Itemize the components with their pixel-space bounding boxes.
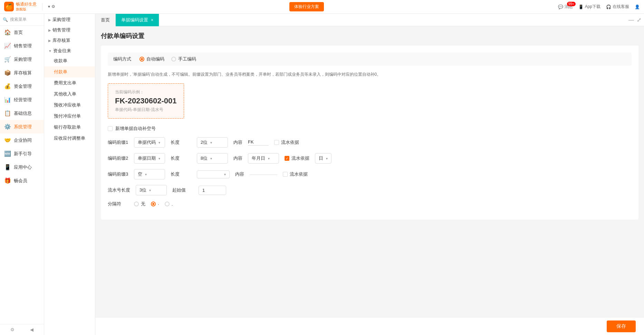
sidebar-item-home[interactable]: 🏠 首页 [0, 26, 44, 39]
sub-label-adjust: 应收应付调整单 [54, 136, 85, 141]
settings-card: 编码方式 自动编码 手工编码 新增单据时，'单据编码'自动生成，不可编辑。前缀 [101, 46, 638, 220]
sep-dot-radio[interactable]: · [151, 202, 159, 207]
logo-icon: 🍊 [4, 2, 14, 11]
basic-icon: 📋 [4, 110, 11, 117]
group-sales[interactable]: ▶ 销售管理 [44, 24, 95, 35]
radio-manual-encode[interactable]: 手工编码 [171, 56, 196, 62]
tab-minimize-icon[interactable]: — [628, 17, 634, 23]
user-avatar[interactable]: 👤 [635, 4, 640, 9]
nav-dropdown-icon[interactable]: ▾ [48, 4, 50, 9]
serial-length-select[interactable]: 3位 ▾ [136, 185, 167, 195]
group-capital[interactable]: ▼ 资金往来 [44, 45, 95, 55]
sales-icon: 📈 [4, 43, 11, 49]
sub-item-payment[interactable]: 付款单 [44, 66, 95, 77]
sidebar-item-apps[interactable]: 📱 应用中心 [0, 160, 44, 174]
sidebar-item-sales[interactable]: 📈 销售管理 [0, 39, 44, 53]
finance-icon: 💰 [4, 83, 11, 90]
prefix3-serial-label: 流水依据 [290, 171, 308, 177]
start-value-input[interactable] [199, 186, 226, 195]
tab-active[interactable]: 单据编码设置 × [116, 14, 159, 26]
sidebar-item-finance[interactable]: 💰 资金管理 [0, 80, 44, 93]
group-purchase[interactable]: ▶ 采购管理 [44, 14, 95, 24]
sub-item-receipt[interactable]: 收款单 [44, 55, 95, 66]
sidebar-item-business[interactable]: 📊 经营管理 [0, 93, 44, 106]
tab-active-label: 单据编码设置 [121, 17, 148, 23]
sidebar-bottom: ⚙ ◀ [0, 324, 44, 335]
sidebar-item-newbie[interactable]: 🆕 新手引导 [0, 147, 44, 160]
inventory-icon: 📦 [4, 69, 11, 76]
prefix1-length-select[interactable]: 2位 ▾ [197, 137, 228, 148]
prefix2-row: 编码前缀2 单据日期 ▾ 长度 8位 ▾ 内容 年月日 ▾ ✓ 流水依据 [108, 153, 632, 164]
settings-icon[interactable]: ⚙ [51, 4, 55, 9]
sidebar-label-basic: 基础信息 [14, 110, 32, 117]
sub-label-prepay-pay: 预付冲应付单 [54, 113, 81, 119]
prefix2-day-value: 日 [319, 155, 323, 161]
prefix3-select[interactable]: 空 ▾ [134, 169, 165, 179]
group-sales-label: 销售管理 [52, 27, 70, 33]
sub-item-other-income[interactable]: 其他收入单 [44, 89, 95, 100]
group-inventory[interactable]: ▶ 库存核算 [44, 35, 95, 45]
collapse-inventory-icon: ▶ [48, 39, 51, 43]
collapse-icon[interactable]: ◀ [30, 327, 33, 332]
app-download-button[interactable]: 📱 App下载 [578, 4, 600, 10]
message-button[interactable]: 💬 消息 99+ [558, 4, 573, 10]
sidebar-item-purchase[interactable]: 🛒 采购管理 [0, 53, 44, 66]
tab-close-button[interactable]: × [151, 18, 153, 22]
online-service-button[interactable]: 🎧 在线客服 [606, 4, 629, 10]
second-sidebar: ▶ 采购管理 ▶ 销售管理 ▶ 库存核算 ▼ 资金往来 收款单 付款单 费用支出… [44, 14, 95, 335]
sep-none-radio[interactable]: 无 [134, 201, 145, 207]
sep-dot-circle [151, 202, 156, 206]
prefix2-length-select[interactable]: 8位 ▾ [197, 153, 228, 164]
sidebar-label-vip: 畅会员 [14, 178, 27, 184]
prefix3-serial-checkbox[interactable]: 流水依据 [283, 171, 308, 177]
sub-item-prepay-pay[interactable]: 预付冲应付单 [44, 111, 95, 122]
experience-button[interactable]: 体验行业方案 [289, 2, 324, 11]
sidebar-item-basic[interactable]: 📋 基础信息 [0, 106, 44, 120]
code-example-label: 当前编码示例： [115, 89, 177, 95]
sub-item-expense[interactable]: 费用支出单 [44, 77, 95, 89]
sidebar-item-system[interactable]: ⚙️ 系统管理 [0, 120, 44, 133]
prefix2-content-select[interactable]: 年月日 ▾ [248, 153, 279, 164]
sub-item-adjust[interactable]: 应收应付调整单 [44, 133, 95, 144]
prefix3-label: 编码前缀3 [108, 171, 128, 177]
sidebar-item-inventory[interactable]: 📦 库存核算 [0, 66, 44, 80]
sub-item-prepaid-recv[interactable]: 预收冲应收单 [44, 100, 95, 111]
prefix2-select[interactable]: 单据日期 ▾ [134, 153, 165, 164]
start-value-label: 起始值 [172, 187, 193, 193]
prefix2-day-select[interactable]: 日 ▾ [315, 153, 331, 164]
sep-dash-radio[interactable]: . [165, 202, 173, 207]
prefix2-length-arrow-icon: ▾ [210, 157, 212, 160]
prefix3-length-select[interactable]: ▾ [197, 170, 230, 178]
topbar: 🍊 畅通好生意 旗舰版 ▾ ⚙ 体验行业方案 💬 消息 99+ 📱 App下载 … [0, 0, 644, 14]
sidebar-label-home: 首页 [14, 29, 23, 36]
prefix2-serial-checkbox[interactable]: ✓ 流水依据 [285, 155, 309, 161]
page-title: 付款单编码设置 [101, 32, 638, 40]
topbar-nav[interactable]: ▾ ⚙ [48, 4, 55, 9]
radio-auto-encode[interactable]: 自动编码 [140, 56, 164, 62]
sidebar: 🔍 搜索菜单 🏠 首页 📈 销售管理 🛒 采购管理 📦 库存核算 💰 资金管理 … [0, 14, 44, 335]
code-example-sub: 单据代码-单据日期-流水号 [115, 107, 177, 113]
home-icon: 🏠 [4, 29, 11, 36]
prefix1-label: 编码前缀1 [108, 139, 128, 146]
sep-dot-label: · [158, 202, 159, 207]
tab-home[interactable]: 首页 [95, 14, 116, 26]
tab-maximize-icon[interactable]: ⤢ [637, 17, 641, 23]
auto-fill-checkbox[interactable] [108, 126, 113, 131]
sidebar-item-vip[interactable]: 🎁 畅会员 [0, 174, 44, 187]
serial-length-arrow-icon: ▾ [149, 188, 151, 192]
prefix1-select[interactable]: 单据代码 ▾ [134, 137, 165, 148]
online-service-label: 在线客服 [613, 4, 629, 10]
save-button[interactable]: 保存 [607, 320, 636, 332]
sidebar-search[interactable]: 🔍 搜索菜单 [0, 14, 44, 26]
sub-label-prepaid-recv: 预收冲应收单 [54, 102, 81, 108]
message-badge: 99+ [567, 2, 576, 6]
prefix1-serial-checkbox[interactable]: 流水依据 [274, 139, 299, 146]
prefix3-length-arrow-icon: ▾ [224, 173, 226, 176]
sub-item-bank[interactable]: 银行存取款单 [44, 122, 95, 133]
prefix2-value: 单据日期 [138, 155, 156, 161]
prefix2-serial-label: 流水依据 [291, 155, 309, 161]
prefix3-content-label: 内容 [235, 171, 244, 177]
sidebar-item-enterprise[interactable]: 🤝 企业协同 [0, 133, 44, 147]
sidebar-label-system: 系统管理 [14, 124, 32, 130]
settings-bottom-icon[interactable]: ⚙ [10, 327, 15, 332]
